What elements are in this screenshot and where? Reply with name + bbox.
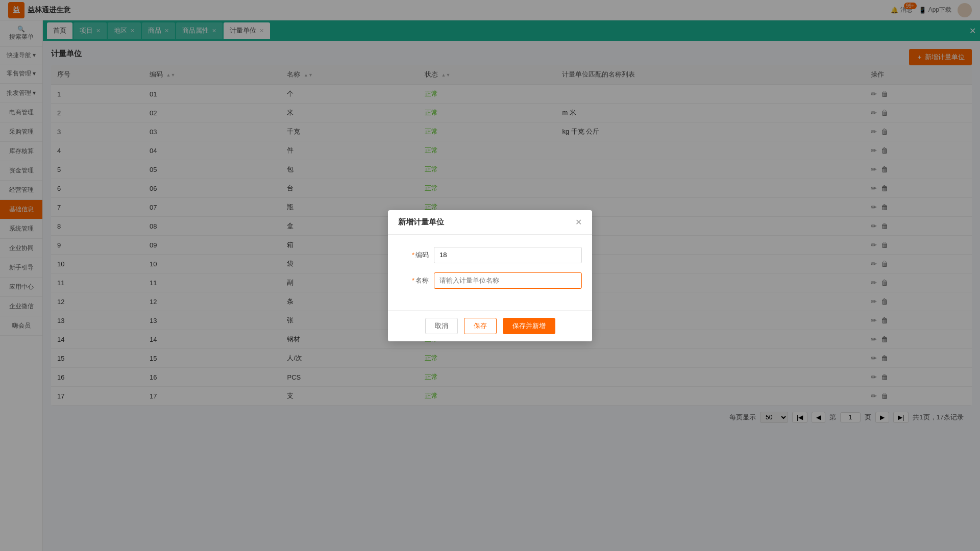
name-label: *名称 [398, 276, 429, 285]
modal-overlay: 新增计量单位 ✕ *编码 *名称 取消 保存 保存并新增 [0, 0, 980, 551]
code-input[interactable] [434, 247, 582, 263]
code-form-row: *编码 [398, 247, 582, 263]
name-form-row: *名称 [398, 272, 582, 289]
modal-header: 新增计量单位 ✕ [388, 210, 592, 235]
modal-body: *编码 *名称 [388, 235, 592, 310]
save-and-new-button[interactable]: 保存并新增 [503, 318, 555, 334]
modal-close-button[interactable]: ✕ [575, 217, 582, 227]
modal-footer: 取消 保存 保存并新增 [388, 310, 592, 341]
code-label: *编码 [398, 251, 429, 260]
save-button[interactable]: 保存 [464, 318, 497, 334]
required-star: * [412, 251, 414, 259]
required-star-name: * [412, 277, 414, 284]
cancel-button[interactable]: 取消 [425, 318, 458, 334]
add-unit-modal: 新增计量单位 ✕ *编码 *名称 取消 保存 保存并新增 [388, 210, 592, 341]
modal-title: 新增计量单位 [398, 217, 444, 227]
name-input[interactable] [434, 272, 582, 289]
